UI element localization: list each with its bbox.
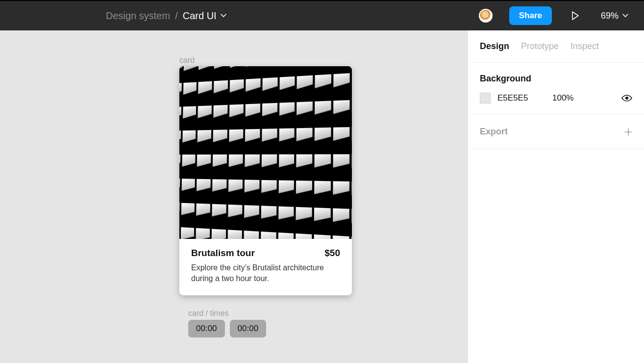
main: card Brutalism tour $50 Explore the city… <box>0 30 644 363</box>
svg-point-0 <box>625 97 628 100</box>
zoom-selector[interactable]: 69% <box>601 11 632 21</box>
visibility-toggle[interactable] <box>621 94 632 102</box>
times-frame[interactable]: 00:00 00:00 <box>188 320 266 337</box>
add-export-button[interactable] <box>624 128 632 136</box>
share-button[interactable]: Share <box>509 6 552 25</box>
time-chip: 00:00 <box>188 320 225 337</box>
breadcrumb: Design system / Card UI <box>106 10 226 22</box>
present-button[interactable] <box>571 11 579 20</box>
card-frame[interactable]: Brutalism tour $50 Explore the city’s Br… <box>179 66 352 295</box>
chevron-down-icon <box>221 14 226 18</box>
color-swatch[interactable] <box>480 93 491 104</box>
background-row[interactable]: E5E5E5 100% <box>480 93 632 104</box>
sidebar-tabs: Design Prototype Inspect <box>468 30 644 63</box>
background-title: Background <box>480 74 632 84</box>
zoom-value: 69% <box>601 11 619 21</box>
card-body: Brutalism tour $50 Explore the city’s Br… <box>179 239 352 295</box>
frame-label-times[interactable]: card / times <box>188 309 229 318</box>
topbar: Design system / Card UI Share 69% <box>0 0 644 30</box>
background-panel: Background E5E5E5 100% <box>468 63 644 115</box>
breadcrumb-project[interactable]: Design system <box>106 10 170 22</box>
canvas[interactable]: card Brutalism tour $50 Explore the city… <box>0 30 468 363</box>
plus-icon <box>624 128 632 136</box>
tab-prototype[interactable]: Prototype <box>521 41 559 52</box>
breadcrumb-separator: / <box>175 10 178 22</box>
export-label: Export <box>480 127 508 137</box>
export-panel[interactable]: Export <box>468 115 644 149</box>
background-opacity[interactable]: 100% <box>552 93 580 103</box>
breadcrumb-page: Card UI <box>183 10 217 22</box>
card-image <box>179 66 352 239</box>
background-hex[interactable]: E5E5E5 <box>497 93 533 103</box>
card-price: $50 <box>324 248 340 259</box>
play-icon <box>571 11 579 20</box>
eye-icon <box>621 94 632 102</box>
card-description: Explore the city’s Brutalist architectur… <box>191 262 340 284</box>
card-title: Brutalism tour <box>191 248 255 259</box>
frame-label-card[interactable]: card <box>179 56 195 65</box>
chevron-down-icon <box>622 14 628 18</box>
tab-design[interactable]: Design <box>480 41 509 52</box>
tab-inspect[interactable]: Inspect <box>570 41 599 52</box>
avatar[interactable] <box>479 9 493 23</box>
properties-sidebar: Design Prototype Inspect Background E5E5… <box>468 30 644 363</box>
page-selector[interactable]: Card UI <box>183 10 226 22</box>
time-chip: 00:00 <box>230 320 267 337</box>
